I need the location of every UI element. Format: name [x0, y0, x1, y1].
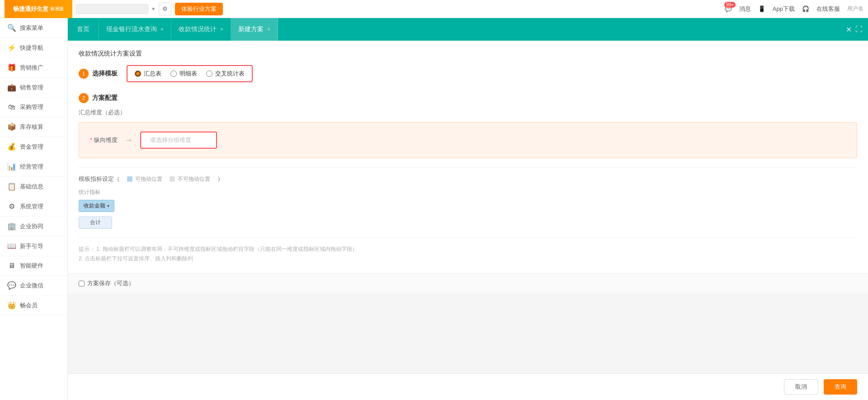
- radio-summary[interactable]: 汇总表: [135, 70, 161, 78]
- tab-new-plan[interactable]: 新建方案 ×: [231, 18, 278, 41]
- member-icon: 👑: [7, 301, 16, 310]
- inventory-icon: 📦: [7, 122, 16, 131]
- sidebar-item-marketing[interactable]: 🎁 营销推广: [0, 58, 67, 78]
- radio-cross[interactable]: 交叉统计表: [206, 70, 245, 78]
- summary-dim-label: 汇总维度（必选）: [79, 108, 857, 117]
- top-bar: 畅捷通好生意 标准版 ▾ ⚙ 体验行业方案 💬 99+ 消息 📱 App下载 🎧…: [0, 0, 868, 18]
- purchase-icon: 🛍: [7, 103, 16, 111]
- movable-dot: [127, 176, 132, 182]
- tab-receipts-label: 收款情况统计: [179, 25, 217, 33]
- dimension-placeholder: 请选择分组维度: [150, 136, 191, 143]
- sidebar-item-guide[interactable]: 📖 新手引导: [0, 236, 67, 256]
- action-bar: 取消 查询: [68, 373, 868, 400]
- sidebar-item-member[interactable]: 👑 畅会员: [0, 296, 67, 315]
- radio-detail-input[interactable]: [170, 71, 177, 77]
- sidebar-item-enterprise[interactable]: 🏢 企业协同: [0, 216, 67, 236]
- app-download-icon: 📱: [758, 5, 765, 12]
- fixed-dot: [170, 176, 175, 182]
- dimension-row: 纵向维度 → 请选择分组维度: [90, 132, 846, 149]
- query-button[interactable]: 查询: [824, 379, 857, 395]
- sidebar-item-hardware[interactable]: 🖥 智能硬件: [0, 256, 67, 276]
- radio-cross-input[interactable]: [206, 71, 212, 77]
- tab-receipts-close[interactable]: ×: [220, 26, 223, 33]
- app-download-label[interactable]: App下载: [773, 5, 795, 13]
- cancel-button[interactable]: 取消: [784, 379, 818, 395]
- sidebar-item-operations[interactable]: 📊 经营管理: [0, 157, 67, 177]
- indicator-label: 模板指标设定（: [79, 175, 120, 183]
- tab-cashflow-close[interactable]: ×: [160, 26, 164, 33]
- tab-cashflow-label: 现金银行流水查询: [106, 25, 157, 33]
- sidebar-label-search: 搜索菜单: [20, 24, 43, 32]
- sidebar-label-purchase: 采购管理: [20, 103, 43, 111]
- save-label: 方案保存（可选）: [87, 279, 134, 287]
- sidebar-label-hardware: 智能硬件: [20, 262, 43, 270]
- sidebar-item-search[interactable]: 🔍 搜索菜单: [0, 18, 67, 38]
- tab-bar-actions: ✕ ⛶: [846, 25, 868, 34]
- save-checkbox[interactable]: [79, 281, 85, 287]
- fixed-label: 不可拖动位置: [178, 175, 210, 183]
- radio-detail-label: 明细表: [179, 70, 197, 78]
- main-layout: 🔍 搜索菜单 ⚡ 快捷导航 🎁 营销推广 💼 销售管理 🛍 采购管理 📦: [0, 18, 868, 400]
- trial-button[interactable]: 体验行业方案: [175, 3, 223, 15]
- step2-section: 2 方案配置 汇总维度（必选） 纵向维度 → 请选择分组维度: [79, 93, 857, 263]
- indicator-section: 模板指标设定（ 可拖动位置 不可拖动位置 ）: [79, 167, 857, 229]
- logo: 畅捷通好生意 标准版: [5, 0, 72, 18]
- service-label[interactable]: 在线客服: [816, 5, 840, 13]
- tab-close-icon[interactable]: ✕: [846, 25, 852, 34]
- notification-bell[interactable]: 💬 99+: [725, 5, 732, 12]
- tips-section: 提示： 1. 拖动标题栏可以调整布局，不可跨维度或指标区域拖动栏目字段（只能在同…: [79, 238, 857, 263]
- tab-receipts[interactable]: 收款情况统计 ×: [171, 18, 231, 41]
- stats-chip[interactable]: 收款金额 ▾: [79, 200, 114, 212]
- stats-area: 统计指标 收款金额 ▾ 合计: [79, 188, 857, 229]
- sidebar: 🔍 搜索菜单 ⚡ 快捷导航 🎁 营销推广 💼 销售管理 🛍 采购管理 📦: [0, 18, 68, 400]
- sidebar-label-guide: 新手引导: [20, 242, 43, 250]
- sidebar-item-finance[interactable]: 💰 资金管理: [0, 137, 67, 157]
- sidebar-label-sales: 销售管理: [20, 84, 43, 92]
- sales-icon: 💼: [7, 83, 16, 92]
- stats-subtotal: 合计: [79, 216, 112, 229]
- service-icon: 🎧: [802, 5, 809, 12]
- indicator-closing: ）: [217, 175, 223, 183]
- notification-label[interactable]: 消息: [739, 5, 751, 13]
- tab-home[interactable]: 首页: [68, 18, 99, 41]
- step1-label: 选择模板: [92, 70, 118, 78]
- movable-label: 可拖动位置: [135, 175, 162, 183]
- top-bar-left: 畅捷通好生意 标准版 ▾ ⚙ 体验行业方案: [5, 0, 725, 18]
- sidebar-item-basic[interactable]: 📋 基础信息: [0, 177, 67, 197]
- chip-chevron-icon: ▾: [107, 203, 109, 208]
- tab-new-plan-close[interactable]: ×: [267, 26, 270, 33]
- enterprise-icon: 🏢: [7, 222, 16, 231]
- sidebar-item-sales[interactable]: 💼 销售管理: [0, 78, 67, 98]
- chevron-down-icon[interactable]: ▾: [152, 5, 155, 12]
- tip2: 2. 点击标题栏下拉可设置排序、插入列和删除列: [79, 255, 857, 263]
- tab-cashflow[interactable]: 现金银行流水查询 ×: [99, 18, 171, 41]
- username-label[interactable]: 用户名: [847, 5, 863, 13]
- sidebar-item-quick[interactable]: ⚡ 快捷导航: [0, 38, 67, 58]
- sidebar-item-wechat[interactable]: 💬 企业微信: [0, 276, 67, 296]
- page-body: 收款情况统计方案设置 1 选择模板 汇总表 明细表: [68, 41, 868, 373]
- save-checkbox-label[interactable]: 方案保存（可选）: [79, 279, 134, 287]
- stats-row: 合计: [79, 215, 857, 229]
- tab-expand-icon[interactable]: ⛶: [855, 25, 863, 33]
- dimension-area: 纵向维度 → 请选择分组维度: [79, 122, 857, 158]
- dimension-select[interactable]: 请选择分组维度: [140, 132, 217, 149]
- content-area: 首页 现金银行流水查询 × 收款情况统计 × 新建方案 × ✕ ⛶: [68, 18, 868, 400]
- tab-home-label: 首页: [77, 25, 90, 33]
- sidebar-item-purchase[interactable]: 🛍 采购管理: [0, 98, 67, 117]
- step1-section: 1 选择模板 汇总表 明细表 交叉统计表: [79, 65, 857, 82]
- stats-chip-row: 收款金额 ▾: [79, 200, 857, 212]
- logo-text: 畅捷通好生意: [13, 5, 48, 13]
- radio-summary-input[interactable]: [135, 71, 141, 77]
- step2-label: 方案配置: [92, 94, 118, 102]
- step2-badge: 2: [79, 93, 89, 103]
- breadcrumb-input[interactable]: [76, 4, 148, 14]
- hardware-icon: 🖥: [7, 262, 16, 270]
- radio-detail[interactable]: 明细表: [170, 70, 197, 78]
- gear-button[interactable]: ⚙: [159, 3, 171, 15]
- sidebar-item-system[interactable]: ⚙ 系统管理: [0, 197, 67, 216]
- page-footer: 方案保存（可选）: [68, 273, 868, 293]
- sidebar-label-basic: 基础信息: [20, 183, 43, 191]
- sidebar-item-inventory[interactable]: 📦 库存核算: [0, 117, 67, 137]
- top-bar-right: 💬 99+ 消息 📱 App下载 🎧 在线客服 用户名: [725, 5, 863, 13]
- chip-label: 收款金额: [84, 202, 105, 210]
